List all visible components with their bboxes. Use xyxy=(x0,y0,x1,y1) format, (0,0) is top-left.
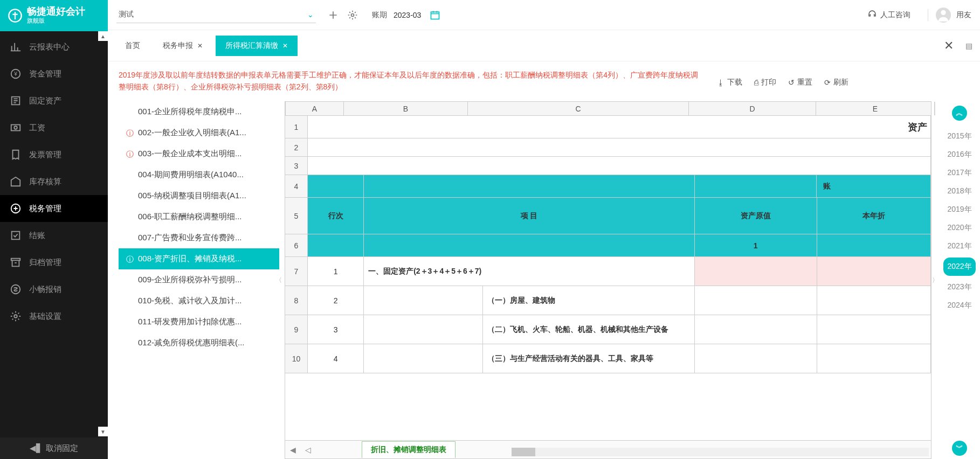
tab[interactable]: 首页 xyxy=(115,36,150,56)
header-a[interactable]: 行次 xyxy=(308,198,364,234)
year-scroll-down[interactable]: ︾ xyxy=(952,441,967,456)
nav-label: 归档管理 xyxy=(29,258,61,268)
form-item[interactable]: ⓘ003-一般企业成本支出明细... xyxy=(119,143,279,164)
col-header-B[interactable]: B xyxy=(344,102,468,115)
year-option[interactable]: 2017年 xyxy=(939,164,980,182)
add-button[interactable] xyxy=(328,10,339,20)
nav-item-invoice[interactable]: 发票管理 xyxy=(0,141,108,168)
nav-scroll-up[interactable]: ▲ xyxy=(98,31,108,41)
form-item[interactable]: 004-期间费用明细表(A1040... xyxy=(119,164,279,185)
download-button[interactable]: ⭳下载 xyxy=(717,78,742,87)
year-scroll-up[interactable]: ︽ xyxy=(952,106,967,121)
refresh-button[interactable]: ⟳刷新 xyxy=(824,78,848,87)
notice-text: 2019年度涉及取以前年度结转数据的申报表单元格需要手工维护正确，才能保证本年及… xyxy=(119,69,701,93)
nav-scroll-down[interactable]: ▼ xyxy=(98,427,108,436)
h-scrollbar[interactable] xyxy=(512,448,929,456)
sheet-grid[interactable]: 1 资产 2 3 4 账 5 行次 项 目 资产原值 xyxy=(285,116,931,440)
table-row: 82（一）房屋、建筑物 xyxy=(285,286,931,315)
form-item[interactable]: ⓘ008-资产折旧、摊销及纳税... xyxy=(119,248,279,269)
nav-item-chart[interactable]: 云报表中心 xyxy=(0,33,108,60)
company-selector[interactable]: 测试 ⌄ xyxy=(116,6,316,23)
header-bc[interactable]: 项 目 xyxy=(364,198,695,234)
year-option[interactable]: 2015年 xyxy=(939,127,980,145)
nav-label: 固定资产 xyxy=(29,96,61,106)
company-name: 测试 xyxy=(119,10,134,19)
header-top-right[interactable]: 账 xyxy=(817,175,931,197)
tab[interactable]: 所得税汇算清缴✕ xyxy=(216,36,298,56)
nav-label: 资金管理 xyxy=(29,69,61,79)
form-item[interactable]: 010-免税、减计收入及加计... xyxy=(119,290,279,311)
settings-icon xyxy=(10,310,22,322)
row-header[interactable]: 1 xyxy=(285,116,308,138)
list-collapse-toggle[interactable]: 〈〈 xyxy=(279,101,285,459)
nav-item-archive[interactable]: 归档管理 xyxy=(0,249,108,276)
col-header-E[interactable]: E xyxy=(816,102,935,115)
warning-icon: ⓘ xyxy=(126,255,134,265)
tabs-more-icon[interactable]: ▤ xyxy=(965,41,972,50)
year-option[interactable]: 2020年 xyxy=(939,219,980,237)
form-item[interactable]: 001-企业所得税年度纳税申... xyxy=(119,101,279,122)
tab[interactable]: 税务申报✕ xyxy=(153,36,212,56)
form-item[interactable]: 006-职工薪酬纳税调整明细... xyxy=(119,206,279,227)
nav-item-asset[interactable]: 固定资产 xyxy=(0,87,108,114)
print-button[interactable]: ⎙打印 xyxy=(754,78,776,87)
year-option[interactable]: 2019年 xyxy=(939,200,980,219)
refresh-icon: ⟳ xyxy=(824,78,831,87)
sheet-title[interactable]: 资产 xyxy=(308,116,931,138)
nav-label: 工资 xyxy=(29,123,45,133)
form-item[interactable]: 012-减免所得税优惠明细表(... xyxy=(119,332,279,353)
close-all-tabs[interactable]: ✕ xyxy=(938,37,959,55)
col-header-C[interactable]: C xyxy=(468,102,689,115)
calendar-icon[interactable] xyxy=(430,10,440,20)
table-row: 93（二）飞机、火车、轮船、机器、机械和其他生产设备 xyxy=(285,315,931,344)
archive-icon xyxy=(10,256,22,268)
settings-gear-icon[interactable] xyxy=(347,10,358,20)
unpin-button[interactable]: ◀▋ 取消固定 xyxy=(0,437,108,459)
year-option[interactable]: 2024年 xyxy=(939,296,980,315)
download-icon: ⭳ xyxy=(717,78,724,87)
consult-button[interactable]: 人工咨询 xyxy=(867,9,910,20)
unpin-icon: ◀▋ xyxy=(30,443,43,453)
form-item[interactable]: 005-纳税调整项目明细表(A1... xyxy=(119,185,279,206)
header-e[interactable]: 本年折 xyxy=(817,198,931,234)
nav-item-stock[interactable]: 库存核算 xyxy=(0,168,108,195)
svg-point-10 xyxy=(14,315,17,318)
brand-edition: 旗舰版 xyxy=(27,17,85,25)
sheet-nav-first[interactable]: ◀ xyxy=(285,446,300,454)
year-rail: ︽ 2015年2016年2017年2018年2019年2020年2021年202… xyxy=(939,101,980,459)
nav-item-xiaochang[interactable]: 小畅报销 xyxy=(0,276,108,303)
year-option[interactable]: 2018年 xyxy=(939,182,980,200)
form-item[interactable]: 009-企业所得税弥补亏损明... xyxy=(119,269,279,290)
column-headers: A B C D E xyxy=(285,102,931,116)
form-item[interactable]: ⓘ002-一般企业收入明细表(A1... xyxy=(119,122,279,143)
nav-label: 云报表中心 xyxy=(29,42,70,52)
right-panel-toggle[interactable]: 〉 xyxy=(931,101,939,459)
print-icon: ⎙ xyxy=(754,78,758,87)
tab-close-icon[interactable]: ✕ xyxy=(197,42,203,50)
nav-item-money[interactable]: ¥资金管理 xyxy=(0,60,108,87)
reset-button[interactable]: ↺重置 xyxy=(788,78,812,87)
year-option[interactable]: 2016年 xyxy=(939,145,980,164)
year-option[interactable]: 2023年 xyxy=(939,278,980,296)
header-d-sub[interactable]: 1 xyxy=(695,234,817,256)
col-header-A[interactable]: A xyxy=(286,102,344,115)
nav-item-close-acct[interactable]: 结账 xyxy=(0,222,108,249)
header-d[interactable]: 资产原值 xyxy=(695,198,817,234)
nav-label: 小畅报销 xyxy=(29,284,61,295)
close-acct-icon xyxy=(10,229,22,241)
nav-item-settings[interactable]: 基础设置 xyxy=(0,303,108,330)
warning-icon: ⓘ xyxy=(126,129,134,138)
nav-item-tax[interactable]: 税务管理 xyxy=(0,195,108,222)
nav-item-salary[interactable]: 工资 xyxy=(0,114,108,141)
year-option[interactable]: 2022年 xyxy=(943,258,976,276)
divider xyxy=(928,9,928,21)
year-option[interactable]: 2021年 xyxy=(939,237,980,255)
sheet-nav-prev[interactable]: ◁ xyxy=(300,446,315,454)
sheet-tab[interactable]: 折旧、摊销调整明细表 xyxy=(362,441,456,458)
col-header-D[interactable]: D xyxy=(689,102,816,115)
tab-close-icon[interactable]: ✕ xyxy=(282,42,288,50)
content: 2019年度涉及取以前年度结转数据的申报表单元格需要手工维护正确，才能保证本年及… xyxy=(108,61,980,459)
form-item[interactable]: 011-研发费用加计扣除优惠... xyxy=(119,311,279,332)
form-item[interactable]: 007-广告费和业务宣传费跨... xyxy=(119,227,279,248)
user-avatar[interactable] xyxy=(936,8,951,23)
